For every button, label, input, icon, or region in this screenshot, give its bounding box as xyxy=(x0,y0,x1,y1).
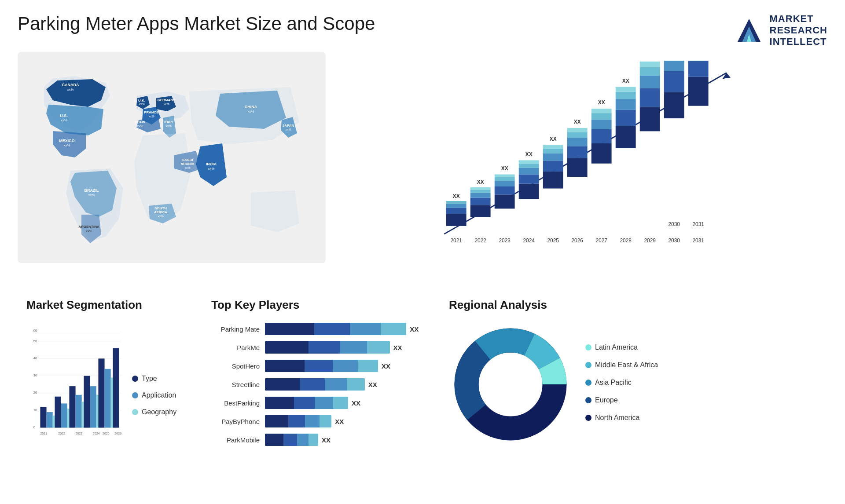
bottom-section: Market Segmentation 0 10 20 30 40 50 60 xyxy=(18,294,827,504)
svg-text:2023: 2023 xyxy=(499,237,511,244)
svg-rect-82 xyxy=(592,113,612,120)
legend-asia-pacific: Asia Pacific xyxy=(585,379,658,387)
svg-text:U.S.: U.S. xyxy=(60,113,68,118)
svg-text:xx%: xx% xyxy=(137,124,143,128)
svg-rect-133 xyxy=(90,386,96,427)
legend-label-northam: North America xyxy=(595,414,639,422)
logo-text: MARKET RESEARCH INTELLECT xyxy=(770,13,827,47)
svg-rect-53 xyxy=(495,181,515,186)
player-row: Parking MateXX xyxy=(211,323,431,335)
bar-chart-container: XX 2021 XX 2022 XX 2023 xyxy=(343,52,827,281)
legend-dot-northam xyxy=(585,415,592,421)
svg-text:xx%: xx% xyxy=(184,166,190,169)
svg-rect-130 xyxy=(76,395,82,428)
svg-text:0: 0 xyxy=(33,425,36,429)
svg-text:50: 50 xyxy=(33,339,37,343)
players-list: Parking MateXXParkMeXXSpotHeroXXStreetli… xyxy=(211,318,431,446)
svg-rect-100 xyxy=(664,92,684,119)
svg-rect-127 xyxy=(61,403,67,427)
player-name: BestParking xyxy=(211,399,260,407)
segmentation-section: Market Segmentation 0 10 20 30 40 50 60 xyxy=(18,294,202,504)
svg-text:CANADA: CANADA xyxy=(62,83,79,87)
segmentation-legend: Type Application Geography xyxy=(132,375,176,442)
svg-marker-37 xyxy=(723,73,731,79)
svg-rect-75 xyxy=(567,132,588,138)
legend-label-application: Application xyxy=(142,391,176,399)
player-row: PayByPhoneXX xyxy=(211,415,431,427)
player-name: PayByPhone xyxy=(211,418,260,425)
legend-north-america: North America xyxy=(585,414,658,422)
legend-label-asia: Asia Pacific xyxy=(595,379,632,387)
svg-text:xx%: xx% xyxy=(63,143,70,147)
world-map: CANADA xx% U.S. xx% MEXICO xx% BRAZIL xx… xyxy=(18,52,326,263)
svg-rect-79 xyxy=(592,143,612,164)
legend-dot-latin xyxy=(585,344,592,351)
player-name: Streetline xyxy=(211,381,260,388)
svg-rect-135 xyxy=(98,358,104,427)
svg-rect-105 xyxy=(688,61,709,77)
svg-rect-66 xyxy=(543,161,563,172)
svg-text:2022: 2022 xyxy=(474,237,486,244)
svg-rect-73 xyxy=(567,146,588,158)
players-section: Top Key Players Parking MateXXParkMeXXSp… xyxy=(202,294,440,504)
svg-text:XX: XX xyxy=(647,61,654,62)
svg-text:40: 40 xyxy=(33,356,37,360)
svg-text:INDIA: INDIA xyxy=(206,162,217,166)
logo-area: MARKET RESEARCH INTELLECT xyxy=(734,13,827,47)
svg-text:U.K.: U.K. xyxy=(138,99,145,102)
svg-text:2028: 2028 xyxy=(620,237,632,244)
player-row: BestParkingXX xyxy=(211,397,431,409)
svg-rect-136 xyxy=(105,369,111,428)
legend-dot-type xyxy=(132,376,138,382)
player-row: StreetlineXX xyxy=(211,378,431,391)
svg-text:2029: 2029 xyxy=(644,237,656,244)
svg-rect-38 xyxy=(446,214,467,226)
player-name: ParkMobile xyxy=(211,436,260,444)
svg-text:2027: 2027 xyxy=(595,237,607,244)
svg-text:2030: 2030 xyxy=(668,237,680,244)
svg-rect-93 xyxy=(640,107,660,131)
players-title: Top Key Players xyxy=(211,298,431,312)
svg-text:2031: 2031 xyxy=(692,237,704,244)
player-value: XX xyxy=(368,381,377,388)
legend-dot-application xyxy=(132,392,138,398)
svg-rect-90 xyxy=(616,87,636,92)
legend-europe: Europe xyxy=(585,396,658,404)
player-bar xyxy=(265,323,406,335)
svg-text:2021: 2021 xyxy=(40,432,47,435)
svg-rect-74 xyxy=(567,138,588,146)
svg-text:ITALY: ITALY xyxy=(164,120,173,124)
svg-text:MEXICO: MEXICO xyxy=(59,139,75,143)
svg-rect-132 xyxy=(84,376,90,428)
svg-text:xx%: xx% xyxy=(148,115,154,118)
svg-rect-46 xyxy=(470,193,491,198)
svg-rect-81 xyxy=(592,120,612,129)
svg-rect-126 xyxy=(55,397,61,428)
player-row: ParkMobileXX xyxy=(211,434,431,446)
svg-rect-54 xyxy=(495,177,515,181)
player-bar xyxy=(265,434,318,446)
svg-text:SAUDI: SAUDI xyxy=(182,158,193,162)
svg-rect-65 xyxy=(543,172,563,189)
player-bar xyxy=(265,415,331,427)
svg-text:XX: XX xyxy=(477,179,484,185)
svg-text:2025: 2025 xyxy=(103,432,110,435)
legend-dot-europe xyxy=(585,397,592,403)
svg-rect-39 xyxy=(446,208,467,214)
donut-chart xyxy=(449,323,572,446)
svg-text:AFRICA: AFRICA xyxy=(154,210,167,214)
svg-rect-138 xyxy=(113,348,119,428)
svg-rect-59 xyxy=(519,175,539,184)
legend-middle-east: Middle East & Africa xyxy=(585,361,658,369)
svg-rect-83 xyxy=(592,109,612,113)
player-value: XX xyxy=(335,418,344,425)
svg-rect-45 xyxy=(470,198,491,205)
svg-text:2024: 2024 xyxy=(523,237,535,244)
svg-text:CHINA: CHINA xyxy=(245,105,257,109)
svg-rect-89 xyxy=(616,92,636,99)
svg-text:20: 20 xyxy=(33,391,37,394)
regional-title: Regional Analysis xyxy=(449,298,819,312)
regional-legend: Latin America Middle East & Africa Asia … xyxy=(585,343,658,425)
svg-text:XX: XX xyxy=(501,165,508,172)
player-name: ParkMe xyxy=(211,344,260,351)
